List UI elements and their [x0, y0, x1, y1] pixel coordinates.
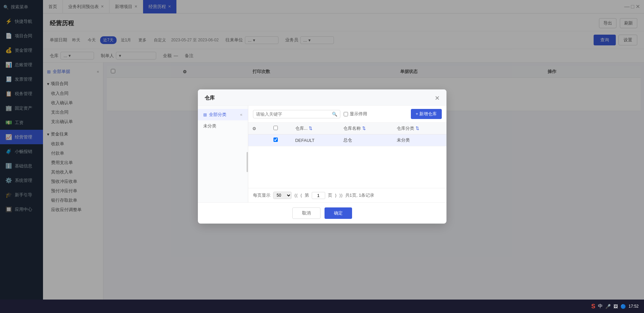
modal-overlay: 仓库 ✕ ⊞ 全部分类 « 未分类: [0, 0, 644, 313]
taskbar-time: 17:52: [629, 304, 639, 309]
col-check-dialog: [269, 123, 291, 134]
dialog-page-label: 第: [305, 192, 309, 198]
sort-cat-icon[interactable]: ⇅: [416, 126, 419, 131]
dialog-per-page-select[interactable]: 50 100: [273, 192, 292, 199]
col-category-dialog: 仓库分类 ⇅: [393, 123, 446, 134]
taskbar-icon-2[interactable]: 🎤: [605, 304, 611, 309]
taskbar-icon-1[interactable]: 中: [598, 303, 603, 309]
confirm-button[interactable]: 确定: [325, 207, 352, 219]
dialog-search-box: 🔍: [253, 110, 340, 118]
sort-icon[interactable]: ⇅: [309, 126, 312, 131]
row-settings: [248, 134, 269, 146]
dialog-total-label: 共1页, 1条记录: [345, 192, 375, 198]
col-name-dialog: 仓库名称 ⇅: [339, 123, 393, 134]
taskbar-icon-4[interactable]: 🔵: [620, 304, 626, 309]
dialog-left-panel: ⊞ 全部分类 « 未分类: [198, 106, 248, 202]
cancel-button[interactable]: 取消: [292, 207, 320, 219]
dialog-page-end: 页: [328, 192, 332, 198]
show-disabled-checkbox[interactable]: [344, 112, 348, 116]
dialog-title: 仓库: [205, 95, 215, 101]
taskbar: S 中 🎤 🖼 🔵 17:52: [0, 300, 644, 313]
add-warehouse-button[interactable]: + 新增仓库: [411, 109, 441, 119]
dialog-pagination: 每页显示 50 100 ⟨⟨ ⟨ 第 页 ⟩ ⟩⟩ 共1页, 1条记录: [248, 188, 446, 202]
dialog-footer: 取消 确定: [198, 202, 446, 224]
taskbar-icon-3[interactable]: 🖼: [613, 304, 618, 309]
col-settings-dialog: ⚙: [248, 123, 269, 134]
dialog-toolbar: 🔍 显示停用 + 新增仓库: [248, 106, 446, 123]
dialog-table: ⚙ 仓库... ⇅ 仓库名称 ⇅: [248, 123, 446, 188]
dialog-left-all[interactable]: ⊞ 全部分类 «: [198, 109, 248, 120]
sort-name-icon[interactable]: ⇅: [362, 126, 366, 131]
all-category-icon: ⊞: [203, 112, 207, 117]
dialog-page-next[interactable]: ⟩: [335, 193, 337, 198]
row-checkbox[interactable]: [269, 134, 291, 146]
dialog-page-first[interactable]: ⟨⟨: [294, 193, 298, 198]
dialog-close-button[interactable]: ✕: [435, 95, 440, 101]
taskbar-brand-icon: S: [591, 303, 595, 310]
row-category: 未分类: [393, 134, 446, 146]
dialog-right-panel: 🔍 显示停用 + 新增仓库 ⚙: [248, 106, 446, 202]
dialog-per-page-label: 每页显示: [253, 192, 270, 198]
dialog-page-last[interactable]: ⟩⟩: [339, 193, 343, 198]
dialog-select-all[interactable]: [273, 126, 278, 130]
warehouse-dialog: 仓库 ✕ ⊞ 全部分类 « 未分类: [198, 89, 446, 224]
row-name: 总仓: [339, 134, 393, 146]
dialog-left-uncategorized[interactable]: 未分类: [198, 120, 248, 132]
show-disabled-checkbox-label[interactable]: 显示停用: [344, 111, 367, 117]
dialog-header: 仓库 ✕: [198, 89, 446, 106]
search-icon-dialog: 🔍: [332, 112, 337, 117]
dialog-page-input[interactable]: [312, 192, 325, 199]
row-id: DEFAULT: [291, 134, 339, 146]
col-code-dialog: 仓库... ⇅: [291, 123, 339, 134]
dialog-search-input[interactable]: [256, 112, 330, 117]
dialog-table-row[interactable]: DEFAULT 总仓 未分类: [248, 134, 446, 146]
dialog-page-prev[interactable]: ⟨: [300, 193, 302, 198]
dialog-body: ⊞ 全部分类 « 未分类 🔍: [198, 106, 446, 202]
left-collapse-icon[interactable]: «: [240, 112, 243, 117]
